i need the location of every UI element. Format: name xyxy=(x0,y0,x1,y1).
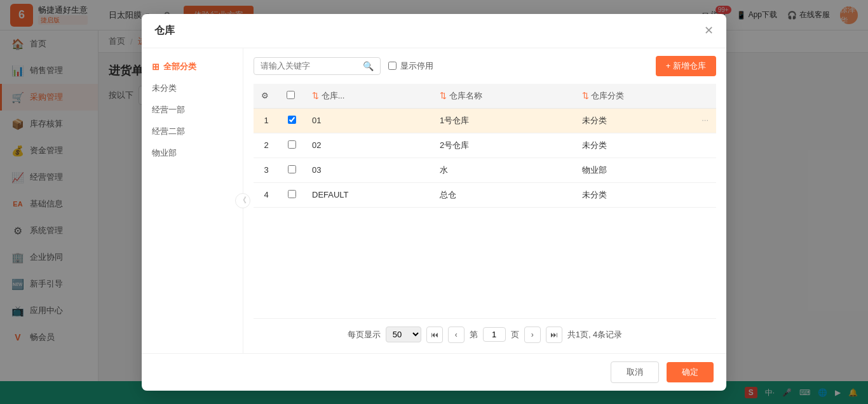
settings-icon: ⚙ xyxy=(261,91,269,100)
search-icon[interactable]: 🔍 xyxy=(363,61,374,71)
all-categories-label: 全部分类 xyxy=(163,61,196,72)
show-disabled-text: 显示停用 xyxy=(400,60,433,72)
cancel-button[interactable]: 取消 xyxy=(611,361,659,383)
row-checkbox-cell[interactable] xyxy=(279,182,304,207)
pagination: 每页显示 50 100 ⏮ ‹ 第 页 › ⏭ 共1页, 4条记录 xyxy=(254,318,716,346)
row-name: 总仓 xyxy=(432,182,574,207)
show-disabled-label[interactable]: 显示停用 xyxy=(388,60,433,72)
th-settings[interactable]: ⚙ xyxy=(254,84,279,109)
select-all-checkbox[interactable] xyxy=(287,91,295,99)
sort-icon: ⇅ xyxy=(312,91,319,100)
first-page-button[interactable]: ⏮ xyxy=(426,327,443,343)
row-num: 2 xyxy=(254,133,279,158)
th-category: ⇅ 仓库分类 xyxy=(574,84,716,109)
page-label: 第 xyxy=(470,329,478,340)
row-checkbox-cell[interactable] xyxy=(279,158,304,182)
table-row[interactable]: 4 DEFAULT 总仓 未分类 xyxy=(254,182,716,207)
row-select-checkbox[interactable] xyxy=(288,165,296,173)
warehouse-table: ⚙ ⇅ 仓库... ⇅ 仓库名称 xyxy=(254,84,716,208)
close-icon[interactable]: ✕ xyxy=(704,25,714,36)
row-code: 03 xyxy=(304,158,432,182)
table-panel: 🔍 显示停用 + 新增仓库 ⚙ xyxy=(243,48,726,353)
search-box: 🔍 xyxy=(254,57,381,75)
row-name: 1号仓库 xyxy=(432,108,574,133)
row-code: 02 xyxy=(304,133,432,158)
row-select-checkbox[interactable] xyxy=(288,140,296,149)
modal-footer: 取消 确定 xyxy=(142,353,726,391)
sort-icon2: ⇅ xyxy=(440,91,447,100)
total-info: 共1页, 4条记录 xyxy=(567,329,623,340)
search-input[interactable] xyxy=(261,61,359,71)
category-item-ops1[interactable]: 经营一部 xyxy=(142,99,243,121)
category-item-property[interactable]: 物业部 xyxy=(142,142,243,164)
modal-body: ⊞ 全部分类 未分类 经营一部 经营二部 物业部 《 xyxy=(142,48,726,353)
last-page-button[interactable]: ⏭ xyxy=(546,327,562,343)
modal-overlay[interactable]: 仓库 ✕ ⊞ 全部分类 未分类 经营一部 经营二部 xyxy=(0,0,868,404)
row-num: 1 xyxy=(254,108,279,133)
table-row[interactable]: 3 03 水 物业部 xyxy=(254,158,716,182)
row-select-checkbox[interactable] xyxy=(288,116,296,124)
row-num: 4 xyxy=(254,182,279,207)
row-checkbox-cell[interactable] xyxy=(279,133,304,158)
row-name: 2号仓库 xyxy=(432,133,574,158)
table-toolbar: 🔍 显示停用 + 新增仓库 xyxy=(254,56,716,76)
row-checkbox-cell[interactable] xyxy=(279,108,304,133)
next-page-button[interactable]: › xyxy=(524,327,541,343)
modal-title: 仓库 xyxy=(154,24,175,37)
page-unit: 页 xyxy=(511,329,519,340)
page-number-input[interactable] xyxy=(483,327,506,342)
add-warehouse-button[interactable]: + 新增仓库 xyxy=(656,56,716,76)
category-panel: ⊞ 全部分类 未分类 经营一部 经营二部 物业部 《 xyxy=(142,48,243,353)
confirm-button[interactable]: 确定 xyxy=(667,362,714,382)
category-item-ops2[interactable]: 经营二部 xyxy=(142,121,243,142)
row-category: 物业部 xyxy=(574,158,716,182)
row-code: 01 xyxy=(304,108,432,133)
row-code: DEFAULT xyxy=(304,182,432,207)
show-disabled-checkbox[interactable] xyxy=(388,62,397,70)
page-size-label: 每页显示 xyxy=(348,329,381,340)
all-categories-item[interactable]: ⊞ 全部分类 xyxy=(142,56,243,77)
modal-header: 仓库 ✕ xyxy=(142,14,726,48)
prev-page-button[interactable]: ‹ xyxy=(448,327,465,343)
grid-icon: ⊞ xyxy=(152,62,159,72)
row-name: 水 xyxy=(432,158,574,182)
row-select-checkbox[interactable] xyxy=(288,190,296,198)
row-actions-icon[interactable]: ··· xyxy=(702,115,709,125)
row-category: 未分类 xyxy=(574,133,716,158)
th-name: ⇅ 仓库名称 xyxy=(432,84,574,109)
row-category: 未分类··· xyxy=(574,108,716,133)
page-size-select[interactable]: 50 100 xyxy=(386,327,421,342)
warehouse-modal: 仓库 ✕ ⊞ 全部分类 未分类 经营一部 经营二部 xyxy=(142,14,726,391)
category-item-unclassified[interactable]: 未分类 xyxy=(142,77,243,99)
th-checkbox[interactable] xyxy=(279,84,304,109)
table-header-row: ⚙ ⇅ 仓库... ⇅ 仓库名称 xyxy=(254,84,716,109)
th-code: ⇅ 仓库... xyxy=(304,84,432,109)
table-row[interactable]: 1 01 1号仓库 未分类··· xyxy=(254,108,716,133)
table-row[interactable]: 2 02 2号仓库 未分类 xyxy=(254,133,716,158)
sort-icon3: ⇅ xyxy=(582,91,589,100)
row-num: 3 xyxy=(254,158,279,182)
category-collapse-button[interactable]: 《 xyxy=(235,193,250,208)
row-category: 未分类 xyxy=(574,182,716,207)
